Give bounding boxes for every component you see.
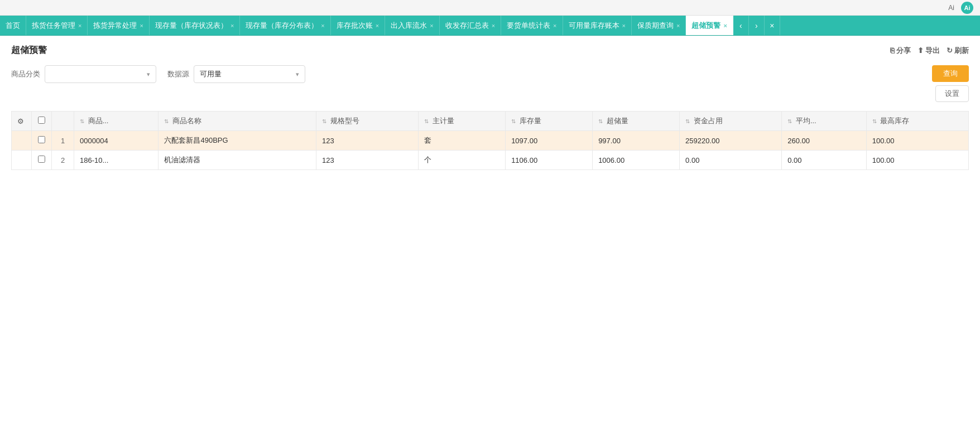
row-spec-1: 123 [316,151,419,170]
row-gear-0 [12,131,32,151]
avatar: Ai [961,2,973,14]
sort-icon7: ⇅ [685,118,690,124]
sort-icon8: ⇅ [787,118,792,124]
action-buttons: 查询 设置 [932,65,969,102]
nav-inventory-dist[interactable]: 现存量（库存分布表） × [240,16,330,35]
data-table: ⚙ ⇅ 商品... ⇅ 商品名称 ⇅ 规格型号 [11,111,969,170]
export-icon: ⬆ [917,46,924,55]
col-avg[interactable]: ⇅ 平均... [782,112,866,131]
col-product-code[interactable]: ⇅ 商品... [74,112,158,131]
row-capital-0: 259220.00 [680,131,782,151]
sort-icon: ⇅ [80,118,84,124]
col-overstock[interactable]: ⇅ 超储量 [593,112,680,131]
filter-section: 商品分类 ▾ 数据源 可用量 ▾ 查询 设置 [11,65,969,102]
nav-batch-account[interactable]: 库存批次账 × [331,16,385,35]
col-product-name[interactable]: ⇅ 商品名称 [158,112,316,131]
row-gear-1 [12,151,32,170]
sort-icon5: ⇅ [511,118,516,124]
sort-icon9: ⇅ [872,118,877,124]
table-row: 1 0000004 六配套新昌490BPG 123 套 1097.00 997.… [12,131,969,151]
datasource-value: 可用量 [200,69,222,79]
col-row-num [52,112,74,131]
nav-overstock-alert[interactable]: 超储预警 × [686,16,733,35]
row-overstock-1: 1006.00 [593,151,680,170]
refresh-icon: ↻ [947,46,953,55]
sort-icon6: ⇅ [598,118,603,124]
nav-inout-flow[interactable]: 出入库流水 × [385,16,439,35]
sort-icon4: ⇅ [424,118,429,124]
col-stock[interactable]: ⇅ 库存量 [506,112,593,131]
close-available-account[interactable]: × [622,22,626,29]
col-gear: ⚙ [12,112,32,131]
datasource-select[interactable]: 可用量 ▾ [194,65,305,83]
close-abnormal[interactable]: × [140,22,143,29]
row-max-stock-0: 100.00 [866,131,968,151]
row-num-0: 1 [52,131,74,151]
table-row: 2 186-10... 机油滤清器 123 个 1106.00 1006.00 … [12,151,969,170]
row-capital-1: 0.00 [680,151,782,170]
nav-quality-check[interactable]: 保质期查询 × [632,16,686,35]
header-row: ⚙ ⇅ 商品... ⇅ 商品名称 ⇅ 规格型号 [12,112,969,131]
row-product-name-1: 机油滤清器 [158,151,316,170]
category-select[interactable]: ▾ [45,65,156,83]
nav-home[interactable]: 首页 [0,16,26,35]
row-unit-1: 个 [419,151,506,170]
close-quality-check[interactable]: × [676,22,680,29]
sort-icon2: ⇅ [164,118,169,124]
settings-button[interactable]: 设置 [935,85,969,102]
chevron-down-icon: ▾ [147,71,150,78]
page-content: 超储预警 ⎘ 分享 ⬆ 导出 ↻ 刷新 商品分类 ▾ [0,36,980,179]
datasource-filter-group: 数据源 可用量 ▾ [167,65,305,83]
row-select-1[interactable] [38,156,45,163]
close-task-mgmt[interactable]: × [78,22,81,29]
nav-task-mgmt[interactable]: 拣货任务管理 × [26,16,88,35]
row-overstock-0: 997.00 [593,131,680,151]
nav-next-arrow[interactable]: › [749,16,765,35]
close-order-stats[interactable]: × [553,22,556,29]
col-spec[interactable]: ⇅ 规格型号 [316,112,419,131]
share-button[interactable]: ⎘ 分享 [890,46,911,56]
row-select-0[interactable] [38,136,45,143]
nav-available-account[interactable]: 可用量库存账本 × [563,16,632,35]
nav-inventory-status[interactable]: 现存量（库存状况表） × [150,16,240,35]
row-stock-1: 1106.00 [506,151,593,170]
close-collect-summary[interactable]: × [492,22,495,29]
nav-abnormal[interactable]: 拣货异常处理 × [88,16,149,35]
col-max-stock[interactable]: ⇅ 最高库存 [866,112,968,131]
page-title-actions: ⎘ 分享 ⬆ 导出 ↻ 刷新 [890,46,969,56]
col-unit[interactable]: ⇅ 主计量 [419,112,506,131]
page-title-row: 超储预警 ⎘ 分享 ⬆ 导出 ↻ 刷新 [11,45,969,56]
close-inventory-status[interactable]: × [230,22,234,29]
row-checkbox-0 [32,131,52,151]
refresh-button[interactable]: ↻ 刷新 [947,46,969,56]
top-bar: Ai Ai [0,0,980,16]
row-max-stock-1: 100.00 [866,151,968,170]
share-icon: ⎘ [890,46,895,55]
table-header: ⚙ ⇅ 商品... ⇅ 商品名称 ⇅ 规格型号 [12,112,969,131]
page-title: 超储预警 [11,45,47,56]
chevron-down-icon2: ▾ [296,71,299,78]
sort-icon3: ⇅ [322,118,326,124]
row-product-code-0: 0000004 [74,131,158,151]
datasource-label: 数据源 [167,69,189,79]
query-button[interactable]: 查询 [932,65,969,82]
close-inout-flow[interactable]: × [430,22,433,29]
nav-prev-arrow[interactable]: ‹ [733,16,749,35]
nav-close-arrow[interactable]: × [765,16,780,35]
row-spec-0: 123 [316,131,419,151]
col-capital[interactable]: ⇅ 资金占用 [680,112,782,131]
close-batch-account[interactable]: × [376,22,379,29]
table-body: 1 0000004 六配套新昌490BPG 123 套 1097.00 997.… [12,131,969,170]
nav-order-stats[interactable]: 要货单统计表 × [501,16,563,35]
close-inventory-dist[interactable]: × [321,22,324,29]
export-button[interactable]: ⬆ 导出 [917,46,940,56]
row-avg-0: 260.00 [782,131,866,151]
select-all-checkbox[interactable] [38,117,45,124]
row-unit-0: 套 [419,131,506,151]
gear-icon[interactable]: ⚙ [17,117,24,125]
row-num-1: 2 [52,151,74,170]
nav-collect-summary[interactable]: 收发存汇总表 × [440,16,501,35]
close-overstock-alert[interactable]: × [723,22,727,29]
filter-bar: 商品分类 ▾ 数据源 可用量 ▾ [11,65,305,83]
row-avg-1: 0.00 [782,151,866,170]
